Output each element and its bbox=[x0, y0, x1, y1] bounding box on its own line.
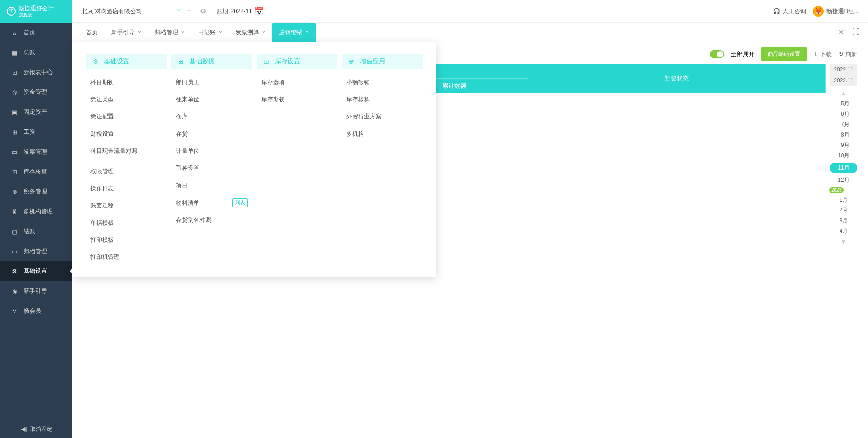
nav-item-member[interactable]: V畅会员 bbox=[0, 301, 72, 321]
period-value[interactable]: 2022-11 bbox=[231, 8, 252, 14]
nav-item-close-period[interactable]: ▢结账 bbox=[0, 221, 72, 241]
flyout-item[interactable]: 凭证类型 bbox=[86, 91, 167, 108]
flyout-item[interactable]: 外贸行业方案 bbox=[342, 108, 423, 125]
support-link[interactable]: 🎧 人工咨询 bbox=[773, 7, 806, 15]
flyout-item[interactable]: 物料清单列表 bbox=[171, 194, 252, 212]
company-selector[interactable]: 北京 对啊酒店有限公司 ﹀ bbox=[81, 7, 182, 15]
flyout-item[interactable]: 单据模板 bbox=[86, 214, 167, 231]
nav-item-tax[interactable]: ⊛税务管理 bbox=[0, 182, 72, 202]
nav-item-ledger[interactable]: ▦总账 bbox=[0, 42, 72, 62]
tab-label: 归档管理 bbox=[155, 28, 178, 37]
period-selector-panel: 2022.11 2022.11 ▲ 5月6月7月8月9月10月 11月 12月 … bbox=[830, 64, 857, 245]
flyout-item[interactable]: 凭证配置 bbox=[86, 108, 167, 125]
nav-item-money[interactable]: ◎资金管理 bbox=[0, 82, 72, 102]
flyout-item[interactable]: 仓库 bbox=[171, 108, 252, 125]
nav-label: 税务管理 bbox=[24, 188, 47, 196]
flyout-item[interactable]: 操作日志 bbox=[86, 180, 167, 197]
close-icon[interactable]: ✕ bbox=[137, 30, 141, 35]
flyout-item[interactable]: 财税设置 bbox=[86, 125, 167, 142]
month-item[interactable]: 1月 bbox=[836, 195, 852, 205]
expand-all-toggle[interactable] bbox=[710, 50, 724, 58]
tab-发票测算[interactable]: 发票测算✕ bbox=[229, 23, 272, 42]
nav-label: 工资 bbox=[24, 128, 35, 136]
flyout-item[interactable]: 库存期初 bbox=[257, 91, 338, 108]
flyout-header-icon: ⊞ bbox=[176, 57, 186, 66]
chart-icon: ⊡ bbox=[11, 69, 18, 76]
month-item[interactable]: 6月 bbox=[834, 109, 853, 119]
flyout-item[interactable]: 往来单位 bbox=[171, 91, 252, 108]
settings-flyout: ⚙基础设置科目期初凭证类型凭证配置财税设置科目现金流量对照权限管理操作日志账套迁… bbox=[72, 42, 436, 277]
flyout-item[interactable]: 存货 bbox=[171, 125, 252, 142]
month-item[interactable]: 12月 bbox=[834, 175, 853, 185]
flyout-item[interactable]: 科目期初 bbox=[86, 74, 167, 91]
period-header-from[interactable]: 2022.11 bbox=[830, 64, 857, 75]
nav-item-archive[interactable]: ▭归档管理 bbox=[0, 241, 72, 261]
add-company-button[interactable]: ＋ bbox=[182, 6, 196, 16]
flyout-item[interactable]: 币种设置 bbox=[171, 160, 252, 177]
close-icon[interactable]: ✕ bbox=[218, 30, 222, 35]
period-header-to[interactable]: 2022.11 bbox=[830, 75, 857, 86]
nav-item-org[interactable]: ♜多机构管理 bbox=[0, 202, 72, 221]
pin-label: 取消固定 bbox=[30, 425, 52, 433]
pin-icon: ◀‖ bbox=[21, 426, 28, 432]
tax-icon: ⊛ bbox=[11, 188, 18, 195]
flyout-item[interactable]: 权限管理 bbox=[86, 163, 167, 180]
close-icon[interactable]: ✕ bbox=[181, 30, 184, 35]
month-item-active[interactable]: 11月 bbox=[830, 163, 857, 173]
nav-item-asset[interactable]: ▣固定资产 bbox=[0, 102, 72, 122]
tab-首页[interactable]: 首页 bbox=[79, 23, 104, 42]
nav-item-guide[interactable]: ◉新手引导 bbox=[0, 281, 72, 301]
month-item[interactable]: 10月 bbox=[834, 151, 853, 161]
flyout-column: ⊞基础数据部门员工往来单位仓库存货计量单位币种设置项目物料清单列表存货别名对照 bbox=[171, 54, 252, 266]
month-item[interactable]: 3月 bbox=[836, 216, 852, 226]
month-item[interactable]: 5月 bbox=[834, 99, 853, 109]
nav-item-inventory[interactable]: ⊡库存核算 bbox=[0, 162, 72, 182]
nav-item-home[interactable]: ⌂首页 bbox=[0, 23, 72, 42]
pin-toggle[interactable]: ◀‖ 取消固定 bbox=[0, 420, 72, 438]
tab-归档管理[interactable]: 归档管理✕ bbox=[148, 23, 191, 42]
month-item[interactable]: 9月 bbox=[834, 140, 853, 151]
flyout-item[interactable]: 科目现金流量对照 bbox=[86, 142, 167, 160]
flyout-item[interactable]: 库存核算 bbox=[342, 91, 423, 108]
nav-item-invoice[interactable]: ▭发票管理 bbox=[0, 142, 72, 162]
flyout-item[interactable]: 打印机管理 bbox=[86, 249, 167, 266]
tab-label: 新手引导 bbox=[111, 28, 135, 37]
month-item[interactable]: 2月 bbox=[836, 205, 852, 216]
tab-新手引导[interactable]: 新手引导✕ bbox=[104, 23, 148, 42]
brand-logo[interactable]: 畅捷通好会计 旗舰版 bbox=[0, 0, 72, 23]
flyout-item[interactable]: 多机构 bbox=[342, 125, 423, 142]
user-menu[interactable]: 🦊 畅捷通B组... bbox=[813, 6, 859, 17]
nav-label: 发票管理 bbox=[24, 148, 47, 156]
download-button[interactable]: ⇩ 下载 bbox=[813, 50, 832, 58]
tab-日记账[interactable]: 日记账✕ bbox=[191, 23, 229, 42]
nav-label: 库存核算 bbox=[24, 168, 47, 176]
flyout-item[interactable]: 存货别名对照 bbox=[171, 212, 252, 229]
nav-label: 基础设置 bbox=[24, 267, 47, 275]
product-code-settings-button[interactable]: 商品编码设置 bbox=[761, 47, 807, 61]
company-settings-button[interactable]: ⚙ bbox=[196, 7, 210, 15]
nav-item-settings[interactable]: ⚙基础设置 bbox=[0, 261, 72, 281]
calendar-icon[interactable]: 📅 bbox=[255, 7, 264, 15]
scroll-down-icon[interactable]: ▼ bbox=[840, 238, 847, 245]
flyout-item[interactable]: 小畅报销 bbox=[342, 74, 423, 91]
flyout-column: ⊕增值应用小畅报销库存核算外贸行业方案多机构 bbox=[342, 54, 423, 266]
flyout-item[interactable]: 打印模板 bbox=[86, 231, 167, 249]
scroll-up-icon[interactable]: ▲ bbox=[840, 89, 847, 97]
close-icon[interactable]: ✕ bbox=[305, 30, 309, 35]
flyout-item[interactable]: 计量单位 bbox=[171, 142, 252, 160]
month-item[interactable]: 8月 bbox=[834, 130, 853, 140]
fullscreen-button[interactable]: ⛶ bbox=[850, 26, 861, 38]
nav-item-chart[interactable]: ⊡云报表中心 bbox=[0, 62, 72, 82]
nav-item-salary[interactable]: ⊞工资 bbox=[0, 122, 72, 142]
flyout-item[interactable]: 部门员工 bbox=[171, 74, 252, 91]
flyout-item[interactable]: 项目 bbox=[171, 177, 252, 194]
close-all-tabs-button[interactable]: ✕ bbox=[836, 26, 846, 38]
flyout-item[interactable]: 账套迁移 bbox=[86, 197, 167, 214]
close-icon[interactable]: ✕ bbox=[262, 30, 265, 35]
ledger-icon: ▦ bbox=[11, 49, 18, 56]
refresh-button[interactable]: ↻ 刷新 bbox=[839, 50, 857, 58]
month-item[interactable]: 4月 bbox=[836, 226, 852, 236]
flyout-item[interactable]: 库存选项 bbox=[257, 74, 338, 91]
tab-进销稽核[interactable]: 进销稽核✕ bbox=[272, 23, 316, 42]
month-item[interactable]: 7月 bbox=[834, 119, 853, 130]
